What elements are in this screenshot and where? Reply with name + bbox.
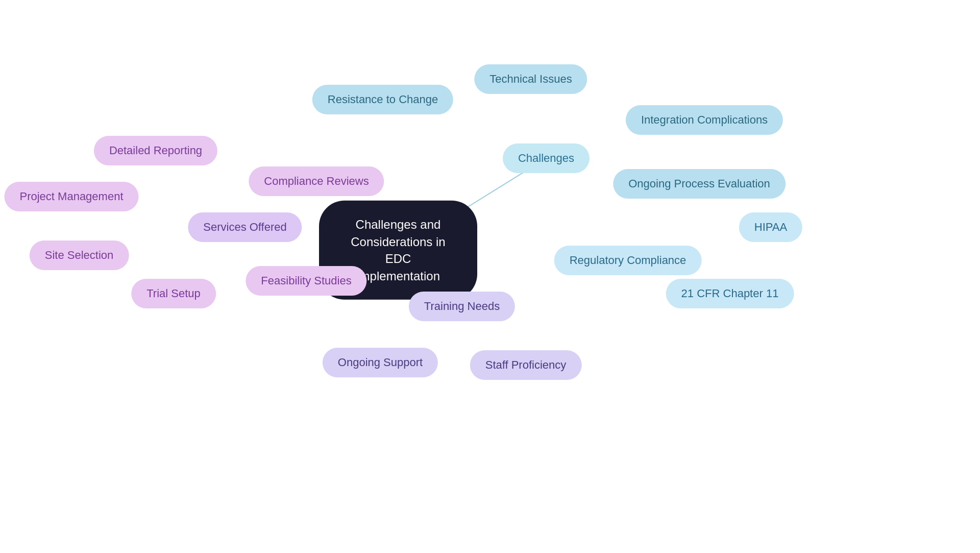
node-ongoing-process-evaluation[interactable]: Ongoing Process Evaluation [613, 169, 786, 199]
node-trial-setup[interactable]: Trial Setup [131, 279, 216, 308]
node-compliance-reviews[interactable]: Compliance Reviews [249, 166, 384, 196]
node-resistance-to-change[interactable]: Resistance to Change [312, 85, 453, 114]
node-staff-proficiency[interactable]: Staff Proficiency [470, 350, 582, 380]
node-feasibility-studies[interactable]: Feasibility Studies [246, 266, 366, 296]
node-detailed-reporting[interactable]: Detailed Reporting [94, 136, 217, 165]
node-integration-complications[interactable]: Integration Complications [626, 105, 783, 135]
node-site-selection[interactable]: Site Selection [30, 241, 129, 270]
node-regulatory-compliance[interactable]: Regulatory Compliance [554, 246, 702, 275]
mind-map: Challenges and Considerations in EDC Imp… [0, 0, 980, 553]
node-challenges[interactable]: Challenges [503, 143, 590, 173]
node-cfr[interactable]: 21 CFR Chapter 11 [666, 279, 794, 308]
node-project-management[interactable]: Project Management [5, 182, 139, 211]
node-ongoing-support[interactable]: Ongoing Support [323, 348, 438, 377]
node-hipaa[interactable]: HIPAA [739, 212, 802, 242]
node-training-needs[interactable]: Training Needs [409, 292, 515, 321]
node-services-offered[interactable]: Services Offered [188, 212, 302, 242]
node-technical-issues[interactable]: Technical Issues [474, 64, 587, 94]
